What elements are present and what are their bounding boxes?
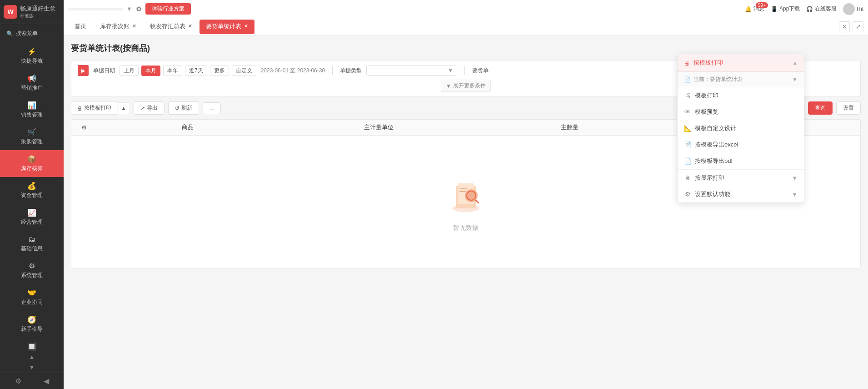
app-download-button[interactable]: 📱 App下载: [771, 5, 800, 13]
messages-button[interactable]: 🔔 消息 99+: [745, 5, 764, 13]
last-7-days-btn[interactable]: 近7天: [185, 66, 207, 76]
sidebar-scroll-down[interactable]: ▼: [0, 362, 64, 373]
topbar-gear-icon[interactable]: ⚙: [136, 5, 142, 13]
operations-label: 经营管理: [21, 218, 43, 226]
col-settings[interactable]: ⚙: [76, 124, 92, 131]
online-service-button[interactable]: 🎧 在线客服: [806, 5, 837, 13]
template-print-icon: 🖨: [684, 92, 691, 99]
dropdown-current-left: 📄 当前：要货单统计表: [684, 76, 743, 83]
sidebar-item-inventory[interactable]: 📦 库存核算: [0, 150, 64, 177]
tab-maximize[interactable]: ⤢: [853, 21, 863, 32]
finance-icon: 💰: [27, 182, 36, 190]
topbar-search-box[interactable]: [68, 8, 123, 10]
dropdown-current-template[interactable]: 📄 当前：要货单统计表 ▼: [678, 72, 804, 87]
dropdown-up-icon[interactable]: ▲: [793, 60, 798, 66]
sidebar-item-basic[interactable]: 🗂 基础信息: [0, 231, 64, 257]
empty-illustration: [443, 172, 489, 217]
svg-rect-7: [459, 191, 466, 192]
sidebar-item-finance[interactable]: 💰 资金管理: [0, 177, 64, 204]
tab-inventory-batch-label: 库存批次账: [100, 22, 130, 30]
sidebar-bottom: ⚙ ◀: [0, 373, 64, 389]
query-button[interactable]: 查询: [808, 101, 833, 115]
headset-icon: 🎧: [806, 6, 813, 12]
tab-receipt-summary-label: 收发存汇总表: [150, 22, 185, 30]
print-arrow-button[interactable]: ▲: [118, 102, 130, 114]
sidebar-item-marketing[interactable]: 📢 营销推广: [0, 70, 64, 96]
sales-icon: 📊: [27, 101, 36, 110]
tab-receipt-summary[interactable]: 收发存汇总表 ✕: [144, 20, 199, 34]
sidebar-search-area[interactable]: 🔍 搜索菜单: [0, 24, 64, 43]
dropdown-item-template-design[interactable]: 📐 模板自定义设计: [678, 120, 804, 136]
more-icon: ...: [210, 105, 214, 111]
sidebar-item-guide[interactable]: 🧭 新手引导: [0, 311, 64, 338]
sidebar-scroll-up[interactable]: ▲: [0, 352, 64, 362]
filter-toggle-button[interactable]: ▶: [78, 65, 89, 76]
tab-inventory-batch-close[interactable]: ✕: [132, 23, 136, 29]
sidebar-item-collab[interactable]: 🤝 企业协同: [0, 284, 64, 311]
phone-icon: 📱: [771, 6, 778, 12]
quick-nav-label: 快捷导航: [21, 57, 43, 65]
dropdown-section-default-settings[interactable]: ⚙ 设置默认功能 ▼: [678, 186, 804, 202]
dropdown-item-template-preview[interactable]: 👁 模板预览: [678, 104, 804, 120]
apps-icon: 🔲: [27, 342, 36, 351]
tab-close-current[interactable]: ✕: [839, 21, 850, 32]
more-options-button[interactable]: ...: [203, 102, 221, 114]
tab-receipt-summary-close[interactable]: ✕: [188, 23, 192, 29]
print-dropdown-menu: 🖨 按模板打印 ▲ 📄 当前：要货单统计表 ▼ 🖨 模板打印 👁: [677, 54, 804, 203]
tab-home[interactable]: 首页: [68, 20, 93, 34]
sidebar-item-system[interactable]: ⚙ 系统管理: [0, 257, 64, 284]
tab-order-stats[interactable]: 要货单统计表 ✕: [200, 20, 254, 34]
display-print-chevron: ▼: [792, 175, 798, 182]
refresh-button[interactable]: ↺ 刷新: [168, 101, 199, 115]
current-month-btn[interactable]: 本月: [141, 66, 160, 76]
app-name: 畅康通好生意: [20, 5, 55, 13]
custom-btn[interactable]: 自定义: [232, 66, 256, 76]
user-avatar-area[interactable]: Rit: [843, 3, 863, 15]
sidebar-nav: ⚡ 快捷导航 📢 营销推广 📊 销售管理 🛒 采购管理 📦 库存核算 💰 资金管…: [0, 43, 64, 352]
topbar-right-area: 🔔 消息 99+ 📱 App下载 🎧 在线客服 Rit: [745, 3, 863, 15]
filter-divider-2: [464, 66, 465, 75]
expand-label: 展开更多条件: [453, 82, 486, 90]
settings-button[interactable]: ⚙: [15, 377, 21, 385]
print-dropdown-group: 🖨 按模板打印 ▲: [71, 101, 130, 115]
sidebar-item-operations[interactable]: 📈 经营管理: [0, 204, 64, 231]
order-type-select[interactable]: ▼: [366, 66, 457, 76]
search-menu-button[interactable]: 🔍 搜索菜单: [4, 28, 60, 39]
topbar: ▼ ⚙ 体验行业方案 🔔 消息 99+ 📱 App下载 🎧 在线客服 Rit: [64, 0, 868, 18]
collab-icon: 🤝: [27, 288, 36, 297]
topbar-chevron-icon[interactable]: ▼: [126, 5, 132, 12]
more-btn[interactable]: 更多: [210, 66, 229, 76]
export-icon: ↗: [140, 105, 145, 111]
dropdown-item-export-pdf[interactable]: 📄 按模板导出pdf: [678, 153, 804, 169]
order-goods-label: 要货单: [472, 67, 489, 75]
app-version: 标准版: [20, 13, 55, 19]
dropdown-item-template-print[interactable]: 🖨 模板打印: [678, 87, 804, 104]
print-template-button[interactable]: 🖨 按模板打印: [71, 101, 117, 115]
table-settings-button[interactable]: 设置: [836, 101, 861, 115]
tab-order-stats-close[interactable]: ✕: [244, 23, 248, 29]
export-label: 导出: [147, 104, 158, 112]
export-pdf-icon: 📄: [684, 157, 691, 165]
page-title: 要货单统计表(按商品): [71, 43, 861, 54]
collab-label: 企业协同: [21, 298, 43, 306]
basic-label: 基础信息: [21, 245, 43, 253]
sidebar-item-purchase[interactable]: 🛒 采购管理: [0, 123, 64, 150]
sidebar-item-quick-nav[interactable]: ⚡ 快捷导航: [0, 43, 64, 70]
dropdown-printer-icon: 🖨: [684, 60, 690, 66]
dropdown-section-display-print[interactable]: 🖥 按显示打印 ▼: [678, 170, 804, 186]
sidebar-item-apps[interactable]: 🔲 应用中心: [0, 338, 64, 352]
filter-divider-1: [332, 66, 333, 75]
collapse-button[interactable]: ◀: [44, 377, 49, 385]
trial-industry-button[interactable]: 体验行业方案: [145, 3, 191, 15]
current-template-label: 当前：要货单统计表: [693, 76, 743, 83]
col-qty: 主数量: [474, 123, 665, 131]
sidebar-item-sales[interactable]: 📊 销售管理: [0, 96, 64, 123]
export-button[interactable]: ↗ 导出: [134, 101, 165, 115]
current-year-btn[interactable]: 本年: [163, 66, 182, 76]
tab-inventory-batch[interactable]: 库存批次账 ✕: [94, 20, 143, 34]
prev-month-btn[interactable]: 上月: [120, 66, 139, 76]
default-settings-label: 设置默认功能: [695, 190, 730, 198]
display-print-left: 🖥 按显示打印: [684, 174, 724, 182]
dropdown-item-export-excel[interactable]: 📄 按模板导出excel: [678, 136, 804, 153]
expand-more-btn[interactable]: ▼ 展开更多条件: [441, 80, 491, 92]
